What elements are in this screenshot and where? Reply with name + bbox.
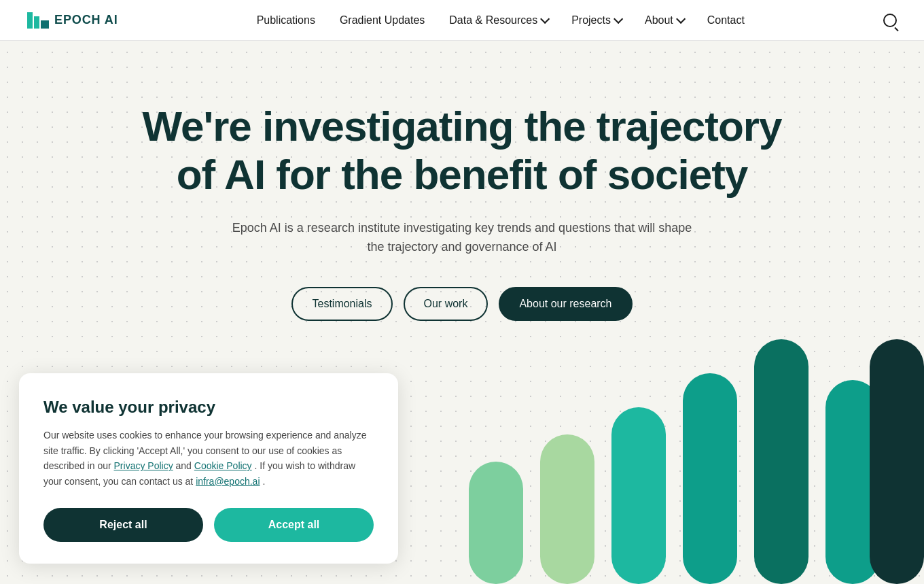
svg-rect-6	[683, 373, 737, 584]
nav-item-projects[interactable]: Projects	[571, 14, 620, 27]
logo[interactable]: EPOCH AI	[27, 12, 118, 29]
chart-svg	[448, 339, 924, 584]
accept-all-button[interactable]: Accept all	[214, 508, 374, 542]
nav-link-projects[interactable]: Projects	[571, 14, 620, 27]
nav-item-gradient[interactable]: Gradient Updates	[340, 14, 425, 27]
about-research-button[interactable]: About our research	[499, 287, 632, 321]
svg-rect-0	[27, 12, 33, 29]
svg-rect-9	[870, 339, 924, 584]
hero-section: We're investigating the trajectory of AI…	[0, 41, 924, 348]
testimonials-button[interactable]: Testimonials	[291, 287, 392, 321]
cookie-body: Our website uses cookies to enhance your…	[43, 428, 374, 489]
nav-link-about[interactable]: About	[645, 14, 683, 27]
nav-item-contact[interactable]: Contact	[707, 14, 745, 27]
svg-rect-2	[41, 20, 49, 29]
nav-item-data[interactable]: Data & Resources	[449, 14, 547, 27]
svg-rect-1	[34, 16, 39, 29]
chevron-down-icon	[676, 14, 686, 23]
logo-icon	[27, 12, 49, 29]
cookie-banner: We value your privacy Our website uses c…	[19, 373, 398, 564]
nav-link-contact[interactable]: Contact	[707, 14, 745, 26]
svg-rect-7	[754, 339, 808, 584]
hero-title: We're investigating the trajectory of AI…	[129, 102, 795, 199]
email-link[interactable]: infra@epoch.ai	[196, 476, 260, 487]
privacy-policy-link[interactable]: Privacy Policy	[114, 460, 173, 471]
cookie-buttons: Reject all Accept all	[43, 508, 374, 542]
nav-link-publications[interactable]: Publications	[257, 14, 315, 26]
chevron-down-icon	[540, 14, 550, 23]
reject-all-button[interactable]: Reject all	[43, 508, 203, 542]
svg-rect-4	[540, 434, 594, 584]
our-work-button[interactable]: Our work	[404, 287, 488, 321]
search-icon[interactable]	[883, 14, 897, 27]
hero-buttons: Testimonials Our work About our research	[27, 287, 897, 321]
main-nav: EPOCH AI Publications Gradient Updates D…	[0, 0, 924, 41]
nav-item-about[interactable]: About	[645, 14, 683, 27]
hero-subtitle: Epoch AI is a research institute investi…	[231, 218, 693, 258]
chart-area	[448, 339, 924, 584]
cookie-title: We value your privacy	[43, 398, 374, 417]
nav-link-gradient[interactable]: Gradient Updates	[340, 14, 425, 26]
svg-rect-5	[611, 407, 666, 584]
logo-text: EPOCH AI	[54, 13, 118, 27]
nav-item-publications[interactable]: Publications	[257, 14, 315, 27]
cookie-policy-link[interactable]: Cookie Policy	[194, 460, 252, 471]
chevron-down-icon	[614, 14, 623, 23]
nav-links: Publications Gradient Updates Data & Res…	[257, 14, 745, 27]
svg-rect-3	[469, 462, 523, 584]
nav-link-data[interactable]: Data & Resources	[449, 14, 547, 27]
